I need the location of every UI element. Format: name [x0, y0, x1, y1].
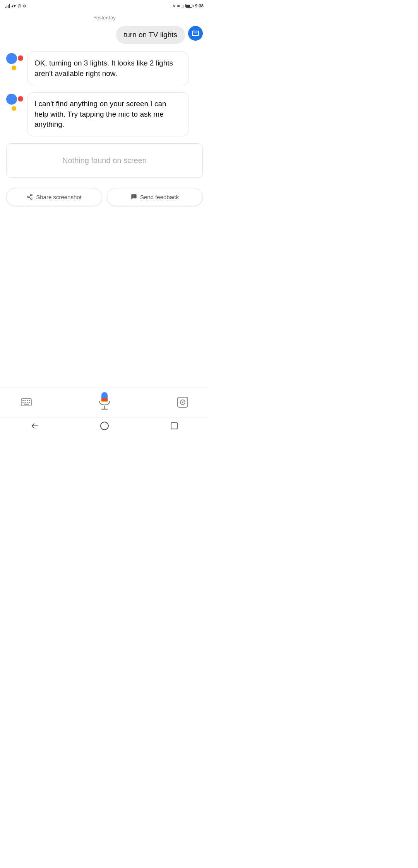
svg-point-24	[182, 401, 183, 403]
dot-blue-1	[6, 53, 17, 64]
user-bubble: turn on TV lights	[116, 26, 185, 44]
status-left-icons: ▴▾ @ ⚙	[5, 3, 26, 9]
svg-rect-12	[22, 402, 24, 403]
assistant-bubble-2: I can't find anything on your screen I c…	[27, 92, 188, 136]
svg-rect-10	[27, 400, 28, 401]
mic-icon	[96, 391, 113, 413]
battery-icon	[185, 4, 194, 8]
send-feedback-label: Send feedback	[140, 194, 179, 200]
user-avatar	[188, 26, 203, 41]
dot-yellow-1	[12, 65, 16, 70]
svg-rect-13	[24, 402, 26, 403]
nav-recent-button[interactable]	[166, 418, 182, 434]
vibrate-icon: ▯	[182, 4, 184, 8]
share-screenshot-button[interactable]: Share screenshot	[6, 188, 102, 206]
status-right-icons: N ✖ ▯ 9:38	[173, 3, 204, 8]
wifi-icon: ▴▾	[11, 3, 16, 9]
assistant-message-1: OK, turning on 3 lights. It looks like 2…	[6, 52, 203, 85]
assistant-bubble-1: OK, turning on 3 lights. It looks like 2…	[27, 52, 188, 85]
screenshot-button[interactable]	[176, 395, 190, 409]
keyboard-button[interactable]	[19, 395, 33, 409]
nav-back-button[interactable]	[27, 418, 43, 434]
svg-rect-14	[27, 402, 28, 403]
mic-button[interactable]	[94, 392, 115, 412]
svg-rect-9	[24, 400, 26, 401]
svg-line-5	[29, 197, 31, 198]
svg-rect-8	[22, 400, 24, 401]
nfc-icon: N	[173, 4, 175, 8]
nothing-found-text: Nothing found on screen	[62, 156, 147, 165]
dot-yellow-2	[12, 106, 16, 111]
svg-rect-11	[29, 400, 30, 401]
bottom-toolbar	[0, 387, 209, 417]
feedback-icon	[131, 194, 137, 200]
user-message: turn on TV lights	[6, 26, 203, 44]
svg-rect-19	[101, 401, 108, 402]
svg-line-6	[29, 196, 31, 197]
dot-red-2	[18, 96, 23, 102]
svg-rect-16	[24, 404, 29, 405]
dot-blue-2	[6, 94, 17, 105]
nav-back-icon	[31, 422, 39, 430]
share-screenshot-label: Share screenshot	[36, 194, 82, 200]
nav-home-button[interactable]	[97, 418, 112, 434]
bluetooth-icon: ✖	[177, 4, 180, 8]
nothing-found-card: Nothing found on screen	[6, 143, 203, 178]
assistant-message-2: I can't find anything on your screen I c…	[6, 92, 203, 136]
send-feedback-button[interactable]: Send feedback	[107, 188, 203, 206]
svg-rect-15	[29, 402, 30, 403]
screenshot-icon	[177, 396, 188, 408]
keyboard-icon	[21, 398, 32, 406]
chat-area: Yesterday turn on TV lights OK, turning …	[0, 11, 209, 136]
user-avatar-icon	[192, 31, 199, 36]
settings-icon: ⚙	[23, 4, 26, 8]
status-bar: ▴▾ @ ⚙ N ✖ ▯ 9:38	[0, 0, 209, 11]
dot-red-1	[18, 55, 23, 61]
svg-rect-1	[194, 33, 197, 33]
at-icon: @	[17, 4, 21, 8]
action-buttons: Share screenshot Send feedback	[0, 184, 209, 212]
signal-icon	[5, 3, 10, 8]
nav-home-icon	[100, 422, 109, 430]
status-time: 9:38	[195, 3, 204, 8]
assistant-logo-1	[6, 53, 23, 70]
date-label: Yesterday	[6, 11, 203, 26]
assistant-logo-2	[6, 94, 23, 111]
share-icon	[27, 194, 33, 200]
nav-recent-icon	[171, 422, 178, 429]
nav-bar	[0, 417, 209, 434]
